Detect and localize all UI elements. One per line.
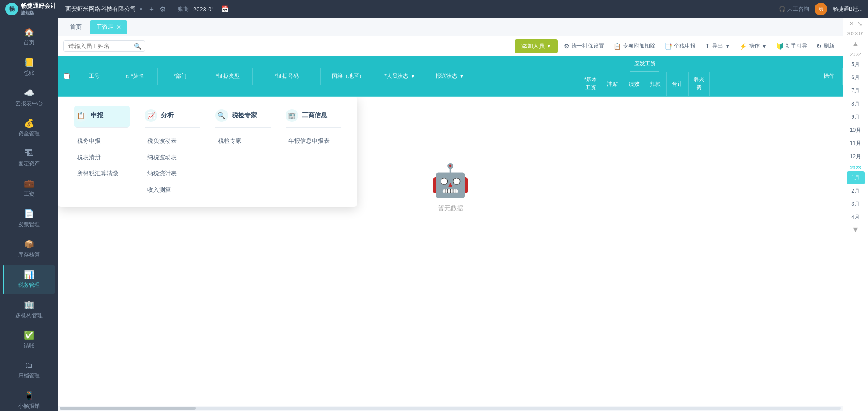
close-books-icon: ✅ xyxy=(24,330,34,340)
settings-icon[interactable]: ⚙ xyxy=(160,5,166,14)
special-deduction-btn[interactable]: 📋 专项附加扣除 xyxy=(611,42,658,50)
tabs-bar: 首页 工资表 ✕ xyxy=(58,18,843,36)
month-2022-11[interactable]: 11月 xyxy=(847,137,865,150)
tab-home[interactable]: 首页 xyxy=(63,20,88,34)
calendar-nav-down[interactable]: ▼ xyxy=(850,224,861,236)
select-all-checkbox[interactable] xyxy=(64,73,70,79)
calendar-nav-up[interactable]: ▲ xyxy=(850,38,861,50)
tab-home-label: 首页 xyxy=(70,23,82,31)
tax-stat-item[interactable]: 纳税统计表 xyxy=(145,166,200,181)
table-body: 🤖 暂无数据 📋 申报 税务申报 税表清册 所得税汇算清 xyxy=(58,97,843,406)
income-tax-calc-item[interactable]: 所得税汇算清缴 xyxy=(74,166,130,181)
tab-payroll-close[interactable]: ✕ xyxy=(116,24,121,30)
search-icon: 🔍 xyxy=(134,43,141,50)
year-2023: 2023 xyxy=(850,165,861,170)
export-label: 导出 xyxy=(712,42,723,50)
sidebar-item-home[interactable]: 🏠 首页 xyxy=(3,23,55,51)
declaration-items: 税务申报 税表清册 所得税汇算清缴 xyxy=(74,133,130,181)
logo-icon: 畅 xyxy=(5,3,18,15)
period-label: 账期 xyxy=(178,5,189,13)
add-person-label: 添加人员 xyxy=(521,42,545,50)
month-2022-8[interactable]: 8月 xyxy=(847,97,865,111)
operations-icon: ⚡ xyxy=(739,43,747,50)
month-2022-10[interactable]: 10月 xyxy=(847,124,865,137)
fixed-assets-icon: 🏗 xyxy=(25,149,33,158)
sidebar-item-invoice[interactable]: 📄 发票管理 xyxy=(3,204,55,233)
annual-report-item[interactable]: 年报信息申报表 xyxy=(286,133,341,149)
th-name[interactable]: ⇅ *姓名 xyxy=(112,68,158,85)
export-btn[interactable]: ⬆ 导出 ▼ xyxy=(702,42,733,50)
th-pension: 养老费 xyxy=(689,72,710,96)
dropdown-menu: 📋 申报 税务申报 税表清册 所得税汇算清缴 📈 分析 xyxy=(58,97,357,207)
tax-return-btn[interactable]: 📑 个税申报 xyxy=(662,42,698,50)
service-btn[interactable]: 🎧 人工咨询 xyxy=(779,5,809,13)
tab-payroll-table[interactable]: 工资表 ✕ xyxy=(90,20,127,34)
th-cert-no: *证据号码 xyxy=(253,68,321,85)
sidebar-item-close[interactable]: ✅ 结账 xyxy=(3,326,55,354)
month-2022-5[interactable]: 5月 xyxy=(847,58,865,71)
section-header-tax-expert: 🔍 税检专家 xyxy=(215,106,271,128)
service-icon: 🎧 xyxy=(779,6,786,12)
search-input[interactable] xyxy=(63,40,145,52)
guide-btn[interactable]: 🔰 新手引导 xyxy=(773,42,810,50)
panel-close-icon[interactable]: ✕ xyxy=(849,20,854,27)
month-2022-6[interactable]: 6月 xyxy=(847,71,865,84)
sidebar-item-mini-report[interactable]: 📱 小畅报销 xyxy=(3,386,55,411)
horizontal-scrollbar[interactable] xyxy=(58,406,843,411)
sidebar-item-fixed-assets[interactable]: 🏗 固定资产 xyxy=(3,144,55,172)
tax-declaration-item[interactable]: 税务申报 xyxy=(74,133,130,149)
sidebar-item-ledger[interactable]: 📒 总账 xyxy=(3,53,55,82)
tax-wave-item[interactable]: 纳税波动表 xyxy=(145,150,200,165)
sidebar-item-tax[interactable]: 📊 税务管理 xyxy=(3,265,55,294)
th-checkbox[interactable] xyxy=(58,69,76,84)
app-sub: 旗舰版 xyxy=(21,10,56,16)
archive-icon: 🗂 xyxy=(25,361,33,370)
cloud-icon: ☁️ xyxy=(24,88,34,98)
sidebar-item-multi-org[interactable]: 🏢 多机构管理 xyxy=(3,295,55,324)
analysis-items: 税负波动表 纳税波动表 纳税统计表 收入测算 xyxy=(145,133,200,198)
month-2023-4[interactable]: 4月 xyxy=(847,211,865,224)
scroll-track xyxy=(60,407,841,410)
tax-burden-wave-item[interactable]: 税负波动表 xyxy=(145,133,200,149)
month-2022-12[interactable]: 12月 xyxy=(847,150,865,163)
sidebar-item-cloud-report[interactable]: ☁️ 云报表中心 xyxy=(3,83,55,112)
panel-resize-icon[interactable]: ⤡ xyxy=(857,20,863,27)
top-bar: 畅 畅捷通好会计 旗舰版 西安虾米网络科技有限公司 ▼ ＋ ⚙ 账期 2023-… xyxy=(0,0,868,18)
month-2023-2[interactable]: 2月 xyxy=(847,184,865,198)
sidebar-item-inventory[interactable]: 📦 库存核算 xyxy=(3,235,55,263)
month-2023-3[interactable]: 3月 xyxy=(847,198,865,211)
scroll-thumb[interactable] xyxy=(60,407,196,410)
th-ops: 操作 xyxy=(815,68,843,85)
sidebar-item-fund[interactable]: 💰 资金管理 xyxy=(3,114,55,142)
search-wrap: 🔍 xyxy=(63,40,145,52)
logo-area: 畅 畅捷通好会计 旗舰版 xyxy=(5,2,56,16)
refresh-btn[interactable]: ↻ 刷新 xyxy=(814,42,837,50)
sidebar-item-payroll[interactable]: 💼 工资 xyxy=(3,174,55,203)
social-security-btn[interactable]: ⚙ 统一社保设置 xyxy=(561,42,607,50)
tax-expert-item[interactable]: 税检专家 xyxy=(215,133,271,149)
tax-expert-items: 税检专家 xyxy=(215,133,271,149)
tax-icon: 📊 xyxy=(24,270,34,280)
tax-form-list-item[interactable]: 税表清册 xyxy=(74,150,130,165)
empty-text: 暂无数据 xyxy=(438,204,463,213)
company-dropdown-arrow: ▼ xyxy=(139,7,143,12)
add-company-icon[interactable]: ＋ xyxy=(148,5,155,14)
social-security-label: 统一社保设置 xyxy=(572,42,604,50)
add-person-button[interactable]: 添加人员 ▼ xyxy=(515,39,558,53)
company-selector[interactable]: 西安虾米网络科技有限公司 ▼ xyxy=(65,5,143,13)
operations-btn[interactable]: ⚡ 操作 ▼ xyxy=(737,42,770,50)
period-calendar-icon[interactable]: 📅 xyxy=(221,5,229,13)
home-icon: 🏠 xyxy=(24,27,34,37)
invoice-icon: 📄 xyxy=(24,209,34,219)
month-2022-9[interactable]: 9月 xyxy=(847,111,865,124)
panel-controls: ✕ ⤡ xyxy=(849,20,863,27)
sidebar: 🏠 首页 📒 总账 ☁️ 云报表中心 💰 资金管理 🏗 固定资产 💼 工资 📄 … xyxy=(0,18,58,411)
th-status[interactable]: *人员状态 ▼ xyxy=(375,68,425,85)
sidebar-item-archive[interactable]: 🗂 归档管理 xyxy=(3,356,55,384)
month-2023-1[interactable]: 1月 xyxy=(847,171,865,184)
th-report-status[interactable]: 报送状态 ▼ xyxy=(425,68,475,85)
content-area: 首页 工资表 ✕ 🔍 添加人员 ▼ ⚙ 统一社保设置 📋 xyxy=(58,18,843,411)
refresh-label: 刷新 xyxy=(824,42,834,50)
income-calc-item[interactable]: 收入测算 xyxy=(145,182,200,198)
month-2022-7[interactable]: 7月 xyxy=(847,84,865,97)
